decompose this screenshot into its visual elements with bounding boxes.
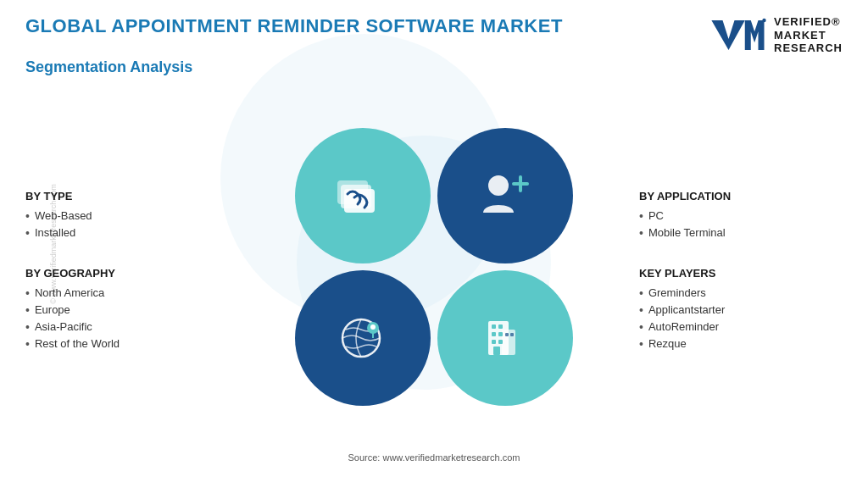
left-panel: BY TYPE Web-Based Installed BY GEOGRAPHY… [25, 181, 229, 352]
icon-application [437, 128, 573, 263]
logo-area: VERIFIED® MARKET RESEARCH [708, 15, 843, 55]
by-type-section: BY TYPE Web-Based Installed [25, 190, 229, 241]
main-title: GLOBAL APPOINTMENT REMINDER SOFTWARE MAR… [25, 15, 563, 37]
list-item: Installed [25, 225, 229, 241]
logo-line1: VERIFIED® [774, 15, 843, 29]
type-icon [329, 162, 397, 230]
svg-point-7 [488, 175, 509, 196]
main-layout: BY TYPE Web-Based Installed BY GEOGRAPHY… [25, 85, 843, 449]
list-item: Web-Based [25, 208, 229, 225]
list-item: Europe [25, 302, 229, 319]
key-players-icon [471, 304, 539, 372]
vmr-logo-icon [708, 16, 767, 54]
svg-rect-19 [498, 332, 503, 336]
main-container: GLOBAL APPOINTMENT REMINDER SOFTWARE MAR… [0, 0, 868, 488]
logo-line2: MARKET [774, 29, 843, 42]
list-item: Greminders [639, 285, 843, 302]
by-geography-title: BY GEOGRAPHY [25, 267, 229, 280]
geography-icon [329, 304, 397, 372]
by-type-list: Web-Based Installed [25, 208, 229, 241]
list-item: Asia-Pacific [25, 319, 229, 336]
svg-rect-17 [498, 324, 503, 329]
by-geography-section: BY GEOGRAPHY North America Europe Asia-P… [25, 267, 229, 352]
svg-rect-22 [505, 333, 509, 336]
svg-rect-18 [492, 332, 496, 336]
by-application-section: BY APPLICATION PC Mobile Terminal [639, 190, 843, 241]
subtitle: Segmentation Analysis [25, 58, 843, 76]
logo-line3: RESEARCH [774, 42, 843, 55]
key-players-list: Greminders Applicantstarter AutoReminder… [639, 285, 843, 352]
icon-key-players [437, 270, 573, 406]
right-panel: BY APPLICATION PC Mobile Terminal KEY PL… [639, 181, 843, 352]
svg-point-3 [762, 19, 765, 22]
svg-rect-23 [510, 333, 514, 336]
svg-marker-2 [745, 20, 765, 50]
svg-rect-21 [498, 340, 503, 344]
icon-type [295, 128, 431, 263]
svg-rect-24 [493, 347, 500, 355]
svg-point-12 [370, 324, 376, 330]
logo-text: VERIFIED® MARKET RESEARCH [774, 15, 843, 55]
center-icons [229, 128, 639, 406]
svg-rect-20 [492, 340, 496, 344]
icon-geography [295, 270, 431, 406]
source-bar: Source: www.verifiedmarketresearch.com [25, 452, 843, 463]
key-players-section: KEY PLAYERS Greminders Applicantstarter … [639, 267, 843, 352]
svg-marker-1 [711, 20, 744, 50]
by-application-title: BY APPLICATION [639, 190, 843, 202]
by-type-title: BY TYPE [25, 190, 229, 202]
by-geography-list: North America Europe Asia-Pacific Rest o… [25, 285, 229, 352]
key-players-title: KEY PLAYERS [639, 267, 843, 280]
list-item: AutoReminder [639, 319, 843, 336]
by-application-list: PC Mobile Terminal [639, 208, 843, 241]
list-item: Rezque [639, 336, 843, 352]
list-item: PC [639, 208, 843, 225]
list-item: Applicantstarter [639, 302, 843, 319]
title-group: GLOBAL APPOINTMENT REMINDER SOFTWARE MAR… [25, 15, 563, 37]
list-item: North America [25, 285, 229, 302]
list-item: Rest of the World [25, 336, 229, 352]
svg-rect-16 [492, 324, 496, 329]
header-section: GLOBAL APPOINTMENT REMINDER SOFTWARE MAR… [25, 15, 843, 55]
application-icon [471, 162, 539, 230]
list-item: Mobile Terminal [639, 225, 843, 241]
icons-grid [295, 128, 573, 406]
